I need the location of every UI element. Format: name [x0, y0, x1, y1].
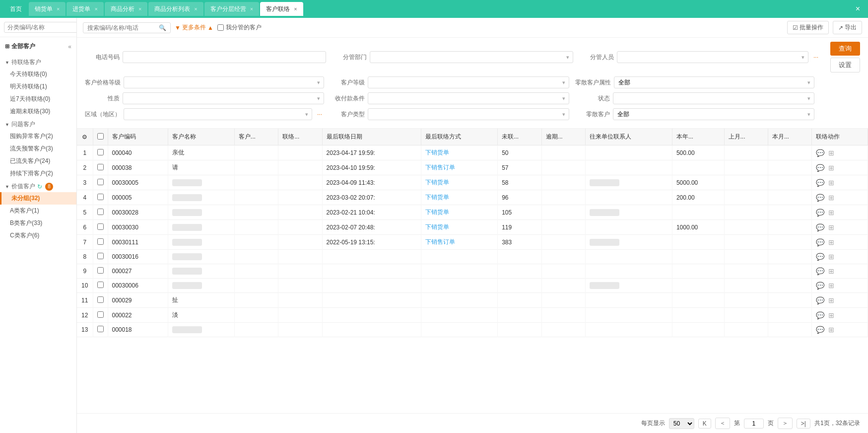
- tab-home[interactable]: 首页: [4, 2, 28, 16]
- cell-last-method[interactable]: 下销货单: [425, 149, 449, 156]
- th-settings[interactable]: ⚙: [77, 129, 93, 145]
- row-checkbox[interactable]: [97, 179, 104, 185]
- last-page-btn[interactable]: >|: [797, 419, 810, 429]
- cell-checkbox[interactable]: [93, 279, 108, 293]
- comment-icon[interactable]: 💬: [816, 223, 824, 231]
- sidebar-collapse-btn[interactable]: «: [68, 43, 71, 50]
- th-code[interactable]: 客户编码: [108, 129, 168, 145]
- adv-payment-select[interactable]: [368, 92, 569, 104]
- cell-checkbox[interactable]: [93, 175, 108, 190]
- th-contact[interactable]: 联络...: [278, 129, 322, 145]
- th-this-month[interactable]: 本月...: [768, 129, 811, 145]
- grid-action-icon[interactable]: ⊞: [828, 238, 834, 246]
- grid-action-icon[interactable]: ⊞: [828, 326, 834, 334]
- adv-dept-select[interactable]: [370, 51, 573, 63]
- grid-action-icon[interactable]: ⊞: [828, 164, 834, 172]
- sidebar-value-title[interactable]: ▼ 价值客户 ↻ 8: [0, 180, 76, 192]
- comment-icon[interactable]: 💬: [816, 164, 824, 172]
- sidebar-item-ungroup[interactable]: 未分组(32): [0, 192, 76, 205]
- cell-checkbox[interactable]: [93, 308, 108, 323]
- comment-icon[interactable]: 💬: [816, 296, 824, 304]
- tab-goods-list[interactable]: 商品分析列表 ×: [148, 2, 203, 16]
- tab-customer-tier-close[interactable]: ×: [250, 6, 253, 12]
- comment-icon[interactable]: 💬: [816, 311, 824, 319]
- grid-action-icon[interactable]: ⊞: [828, 282, 834, 289]
- cell-checkbox[interactable]: [93, 145, 108, 160]
- sidebar-all-customers[interactable]: ⊞ 全部客户 «: [0, 39, 76, 54]
- grid-action-icon[interactable]: ⊞: [828, 296, 834, 304]
- grid-action-icon[interactable]: ⊞: [828, 223, 834, 231]
- select-all-checkbox[interactable]: [97, 133, 104, 140]
- comment-icon[interactable]: 💬: [816, 253, 824, 261]
- adv-retail-attr-select[interactable]: 全部: [614, 76, 814, 88]
- grid-action-icon[interactable]: ⊞: [828, 253, 834, 261]
- row-checkbox[interactable]: [97, 326, 104, 332]
- grid-action-icon[interactable]: ⊞: [828, 209, 834, 216]
- th-last-date[interactable]: 最后联络日期: [322, 129, 421, 145]
- grid-action-icon[interactable]: ⊞: [828, 311, 834, 319]
- tab-sales[interactable]: 销货单 ×: [29, 2, 66, 16]
- cell-checkbox[interactable]: [93, 250, 108, 264]
- comment-icon[interactable]: 💬: [816, 326, 824, 334]
- th-this-year[interactable]: 本年...: [672, 129, 724, 145]
- settings-icon[interactable]: ⚙: [82, 134, 87, 141]
- cell-last-method[interactable]: 下销售订单: [425, 238, 455, 245]
- sidebar-item-declining[interactable]: 持续下滑客户(2): [0, 167, 76, 180]
- adv-manager-more[interactable]: ···: [811, 54, 820, 61]
- row-checkbox[interactable]: [97, 194, 104, 200]
- cell-checkbox[interactable]: [93, 323, 108, 337]
- filter-search-input[interactable]: [87, 24, 157, 31]
- th-checkbox[interactable]: [93, 129, 108, 145]
- cell-checkbox[interactable]: [93, 264, 108, 279]
- th-overdue[interactable]: 逾期...: [541, 129, 585, 145]
- page-input[interactable]: [744, 419, 764, 429]
- sidebar-item-class-b[interactable]: B类客户(33): [0, 217, 76, 229]
- comment-icon[interactable]: 💬: [816, 238, 824, 246]
- cell-checkbox[interactable]: [93, 160, 108, 175]
- filter-more-btn[interactable]: ▼ 更多条件 ▲: [175, 23, 213, 32]
- adv-retail-cust-select[interactable]: 全部: [613, 108, 814, 120]
- cell-last-method[interactable]: 下销货单: [425, 223, 449, 230]
- adv-phone-input[interactable]: [123, 51, 326, 63]
- grid-action-icon[interactable]: ⊞: [828, 149, 834, 157]
- batch-ops-button[interactable]: ☑ 批量操作: [787, 21, 829, 34]
- grid-action-icon[interactable]: ⊞: [828, 267, 834, 275]
- sidebar-item-abnormal[interactable]: 囤购异常客户(2): [0, 130, 76, 143]
- th-last-method[interactable]: 最后联络方式: [421, 129, 497, 145]
- cell-checkbox[interactable]: [93, 190, 108, 205]
- tab-purchase-close[interactable]: ×: [94, 6, 97, 12]
- th-name[interactable]: 客户名称: [168, 129, 234, 145]
- th-type[interactable]: 客户...: [234, 129, 278, 145]
- row-checkbox[interactable]: [97, 149, 104, 155]
- comment-icon[interactable]: 💬: [816, 179, 824, 187]
- nav-close-all[interactable]: ×: [852, 4, 864, 13]
- per-page-select[interactable]: 50 100 200: [669, 418, 694, 429]
- row-checkbox[interactable]: [97, 164, 104, 170]
- sidebar-problem-title[interactable]: ▼ 问题客户: [0, 118, 76, 130]
- sidebar-item-class-a[interactable]: A类客户(1): [0, 205, 76, 217]
- row-checkbox[interactable]: [97, 311, 104, 318]
- cell-last-method[interactable]: 下销售订单: [425, 164, 455, 171]
- cell-last-method[interactable]: 下销货单: [425, 194, 449, 201]
- row-checkbox[interactable]: [97, 282, 104, 288]
- row-checkbox[interactable]: [97, 238, 104, 245]
- sidebar-item-churn-warning[interactable]: 流失预警客户(3): [0, 143, 76, 155]
- th-unit-contact[interactable]: 往来单位联系人: [585, 129, 672, 145]
- cell-checkbox[interactable]: [93, 205, 108, 220]
- sidebar-item-tomorrow-pending[interactable]: 明天待联络(1): [0, 80, 76, 93]
- comment-icon[interactable]: 💬: [816, 194, 824, 202]
- tab-goods-analysis[interactable]: 商品分析 ×: [105, 2, 147, 16]
- tab-goods-analysis-close[interactable]: ×: [138, 6, 141, 12]
- sidebar-pending-title[interactable]: ▼ 待联络客户: [0, 56, 76, 68]
- tab-goods-list-close[interactable]: ×: [194, 6, 197, 12]
- cell-last-method[interactable]: 下销货单: [425, 179, 449, 186]
- comment-icon[interactable]: 💬: [816, 282, 824, 289]
- reset-button[interactable]: 设置: [830, 58, 860, 72]
- export-button[interactable]: ↗ 导出: [833, 21, 862, 34]
- tab-purchase[interactable]: 进货单 ×: [67, 2, 103, 16]
- grid-action-icon[interactable]: ⊞: [828, 194, 834, 202]
- adv-cust-level-select[interactable]: [368, 76, 569, 88]
- cell-checkbox[interactable]: [93, 220, 108, 235]
- row-checkbox[interactable]: [97, 223, 104, 230]
- adv-nature-select[interactable]: [123, 92, 324, 104]
